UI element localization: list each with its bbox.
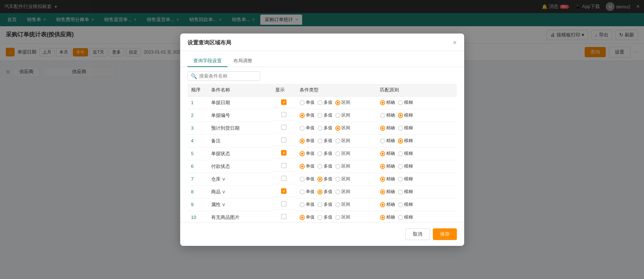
table-header: 顺序 条件名称 显示 条件类型 匹配原则 (187, 84, 457, 86)
tab-layout-adjust-label: 布局调整 (233, 58, 252, 63)
dialog-title: 设置查询区域布局 (187, 39, 231, 46)
settings-dialog: 设置查询区域布局 × 查询字段设置 布局调整 🔍 顺序 (180, 34, 464, 86)
col-header-name: 条件名称 (208, 84, 272, 86)
search-input-wrap[interactable]: 🔍 (187, 71, 260, 81)
modal-overlay: 设置查询区域布局 × 查询字段设置 布局调整 🔍 顺序 (0, 0, 644, 86)
tab-field-settings-label: 查询字段设置 (193, 58, 222, 63)
dialog-close-button[interactable]: × (453, 39, 457, 46)
search-input[interactable] (199, 73, 257, 79)
dialog-table-wrap: 顺序 条件名称 显示 条件类型 匹配原则 1单据日期单值多值区间精确模糊2单据编… (180, 84, 464, 86)
dialog-header: 设置查询区域布局 × (180, 34, 464, 51)
col-header-type: 条件类型 (296, 84, 376, 86)
dialog-tabs: 查询字段设置 布局调整 (180, 51, 464, 67)
tab-field-settings[interactable]: 查询字段设置 (187, 55, 228, 67)
col-header-show: 显示 (272, 84, 296, 86)
tab-layout-adjust[interactable]: 布局调整 (228, 55, 258, 67)
conditions-table: 顺序 条件名称 显示 条件类型 匹配原则 1单据日期单值多值区间精确模糊2单据编… (187, 84, 457, 86)
col-header-order: 顺序 (187, 84, 208, 86)
col-header-match: 匹配原则 (376, 84, 457, 86)
search-icon: 🔍 (191, 73, 197, 79)
search-area: 🔍 (180, 67, 464, 84)
